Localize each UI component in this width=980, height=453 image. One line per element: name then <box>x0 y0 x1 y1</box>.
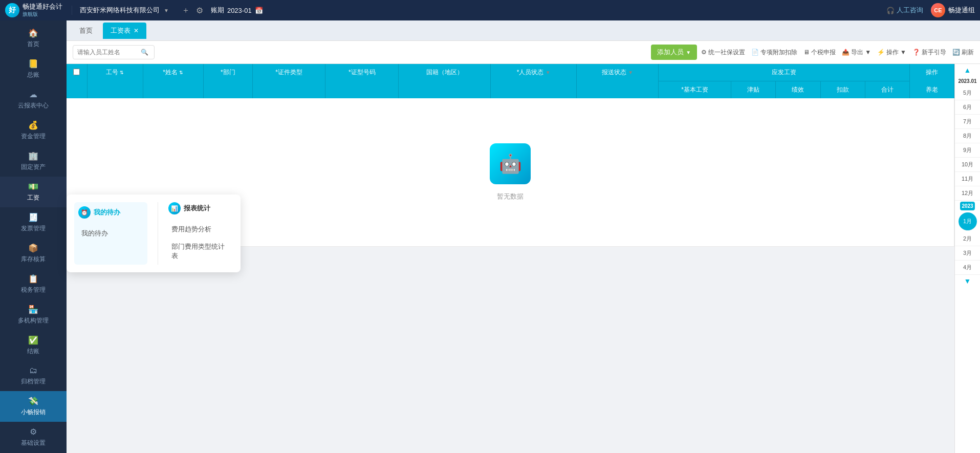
deduction-btn[interactable]: 📄 专项附加扣除 <box>751 48 797 57</box>
sidebar-item-cloud-report[interactable]: ☁ 云报表中心 <box>0 84 67 115</box>
th-sub-empty2 <box>87 81 143 99</box>
sidebar-item-salary[interactable]: 💵 工资 <box>0 177 67 207</box>
tab-close-icon[interactable]: ✕ <box>134 27 139 34</box>
tab-salary[interactable]: 工资表 ✕ <box>103 23 146 39</box>
sidebar-item-basic[interactable]: ⚙ 基础设置 <box>0 422 67 452</box>
month-12-2022[interactable]: 12月 <box>955 186 980 201</box>
basic-icon: ⚙ <box>30 427 37 437</box>
sidebar-label-archive: 归档管理 <box>21 377 46 386</box>
sidebar-label-assets: 固定资产 <box>21 163 46 171</box>
period-label: 账期 <box>211 6 224 15</box>
org-icon: 🏪 <box>28 305 38 314</box>
add-dropdown-icon: ▼ <box>686 50 691 55</box>
month-nav-up[interactable]: ▲ <box>955 64 980 76</box>
guide-label: 新手引导 <box>922 48 946 57</box>
operation-label: 操作 <box>886 48 899 57</box>
select-all-checkbox[interactable] <box>73 69 80 75</box>
month-4-2023[interactable]: 4月 <box>955 261 980 275</box>
company-area[interactable]: 西安虾米网络科技有限公司 ▼ <box>72 6 177 15</box>
user-avatar: CE <box>931 3 945 17</box>
sidebar-item-fund[interactable]: 💰 资金管理 <box>0 115 67 146</box>
month-1-2023[interactable]: 1月 <box>959 212 977 231</box>
month-6-2022[interactable]: 6月 <box>955 100 980 115</box>
month-8-2022[interactable]: 8月 <box>955 129 980 143</box>
assets-icon: 🏢 <box>28 151 38 161</box>
guide-toolbar-icon: ❓ <box>912 49 920 56</box>
refresh-icon: 🔄 <box>952 49 960 56</box>
sidebar-item-home[interactable]: 🏠 首页 <box>0 23 67 54</box>
tax-report-btn[interactable]: 🖥 个税申报 <box>803 48 836 57</box>
guide-btn[interactable]: ❓ 新手引导 <box>912 48 946 57</box>
tax-report-icon: 🖥 <box>803 49 810 56</box>
user-area[interactable]: CE 畅捷通组 <box>931 3 975 17</box>
headset-icon: 🎧 <box>886 7 895 14</box>
sidebar-label-settle: 结账 <box>27 347 39 356</box>
sidebar-item-general-ledger[interactable]: 📒 总账 <box>0 54 67 84</box>
month-2-2023[interactable]: 2月 <box>955 232 980 246</box>
th-id-type: *证件类型 <box>252 64 325 81</box>
th-sub-empty6 <box>325 81 399 99</box>
sidebar-label-basic: 基础设置 <box>21 439 46 447</box>
popup-dept-expense[interactable]: 部门费用类型统计表 <box>168 238 233 265</box>
customer-service-label: 人工咨询 <box>897 6 923 15</box>
logo-icon: 好 <box>5 3 19 17</box>
sidebar-item-invoice[interactable]: 🧾 发票管理 <box>0 207 67 238</box>
export-label: 导出 <box>851 48 863 57</box>
month-sidebar: ▲ 2023.01 5月 6月 7月 8月 9月 10月 11月 12月 202… <box>954 64 980 453</box>
popup-todo-item[interactable]: 我的待办 <box>78 225 143 242</box>
th-base-salary: *基本工资 <box>658 81 731 99</box>
month-7-2022[interactable]: 7月 <box>955 115 980 129</box>
sidebar-item-expense[interactable]: 💸 小畅报销 <box>0 391 67 422</box>
social-insurance-label: 统一社保设置 <box>708 48 745 57</box>
sidebar-item-fixed-assets[interactable]: 🏢 固定资产 <box>0 146 67 177</box>
company-dropdown-icon[interactable]: ▼ <box>164 8 169 13</box>
report-status-filter-icon[interactable]: ▼ <box>628 70 633 75</box>
inventory-icon: 📦 <box>28 243 38 253</box>
social-insurance-icon: ⚙ <box>701 49 707 56</box>
sidebar-label-cloud: 云报表中心 <box>18 101 49 110</box>
person-status-filter-icon[interactable]: ▼ <box>546 70 551 75</box>
sidebar-item-archive[interactable]: 🗂 归档管理 <box>0 361 67 391</box>
invoice-icon: 🧾 <box>28 212 38 222</box>
search-input[interactable] <box>77 49 139 56</box>
month-nav-down[interactable]: ▼ <box>955 275 980 287</box>
tab-bar: 首页 工资表 ✕ <box>67 20 980 41</box>
settings-icon[interactable]: ⚙ <box>196 6 203 15</box>
archive-icon: 🗂 <box>29 366 37 375</box>
th-operation: 操作 <box>909 64 954 81</box>
no-data-text: 暂无数据 <box>497 192 524 201</box>
month-11-2022[interactable]: 11月 <box>955 172 980 186</box>
export-dropdown-icon: ▼ <box>865 49 871 56</box>
sidebar-label-tax: 税务管理 <box>21 286 46 294</box>
operation-btn[interactable]: ⚡ 操作 ▼ <box>877 48 906 57</box>
customer-service-btn[interactable]: 🎧 人工咨询 <box>886 6 923 15</box>
add-icon[interactable]: ＋ <box>182 5 190 16</box>
expense-icon: 💸 <box>28 396 38 406</box>
user-name: 畅捷通组 <box>948 6 975 15</box>
tab-home[interactable]: 首页 <box>72 23 100 39</box>
sidebar-item-multi-org[interactable]: 🏪 多机构管理 <box>0 299 67 330</box>
month-5-2022[interactable]: 5月 <box>955 86 980 100</box>
sidebar-item-inventory[interactable]: 📦 库存核算 <box>0 238 67 269</box>
sidebar-item-tax[interactable]: 📋 税务管理 <box>0 269 67 299</box>
calendar-icon[interactable]: 📅 <box>255 7 263 14</box>
sidebar-label-ledger: 总账 <box>27 71 39 79</box>
month-3-2023[interactable]: 3月 <box>955 246 980 261</box>
sort-icon: ⇅ <box>120 70 124 75</box>
sidebar-item-settle[interactable]: ✅ 结账 <box>0 330 67 361</box>
add-person-button[interactable]: 添加人员 ▼ <box>651 45 697 60</box>
social-insurance-btn[interactable]: ⚙ 统一社保设置 <box>701 48 745 57</box>
refresh-btn[interactable]: 🔄 刷新 <box>952 48 974 57</box>
th-report-status: 报送状态 ▼ <box>577 64 658 81</box>
export-btn[interactable]: 📤 导出 ▼ <box>842 48 871 57</box>
month-9-2022[interactable]: 9月 <box>955 143 980 158</box>
popup-todo-title: ⏰ 我的待办 <box>78 206 143 219</box>
popup-expense-trend[interactable]: 费用趋势分析 <box>168 221 233 238</box>
month-10-2022[interactable]: 10月 <box>955 158 980 172</box>
operation-icon: ⚡ <box>877 49 885 56</box>
tax-icon: 📋 <box>28 274 38 284</box>
year-2023-label: 2023.01 <box>955 76 980 86</box>
sidebar-label-salary: 工资 <box>27 193 39 202</box>
no-data-icon <box>490 143 531 184</box>
sidebar-label-fund: 资金管理 <box>21 132 46 141</box>
